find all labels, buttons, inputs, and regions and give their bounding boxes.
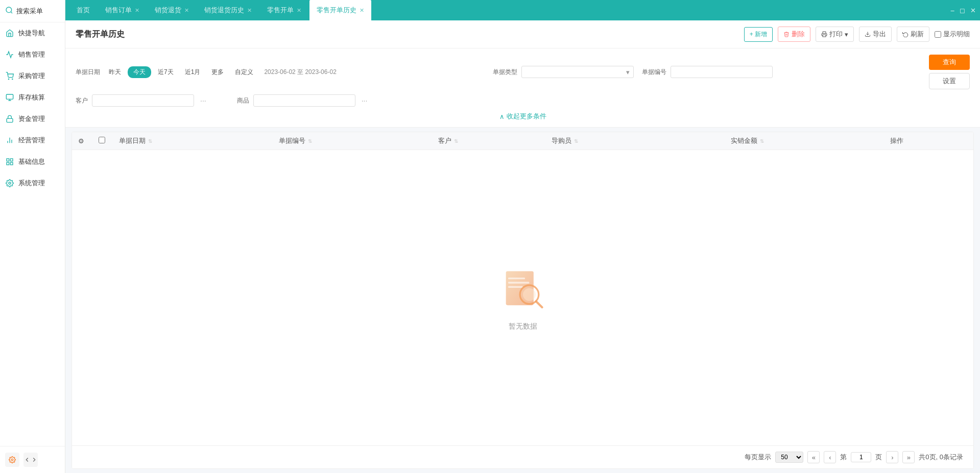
delete-button[interactable]: 删除 xyxy=(778,27,810,42)
table-area: ⚙ 单据日期 ⇅ 单据编号 ⇅ xyxy=(71,132,974,469)
date-filter-label: 单据日期 xyxy=(76,68,100,77)
bottom-gear-button[interactable] xyxy=(5,453,19,467)
empty-state: 暂无数据 xyxy=(72,150,973,445)
svg-point-2 xyxy=(8,79,9,79)
sidebar-bottom xyxy=(0,446,65,473)
prev-page-button[interactable]: ‹ xyxy=(824,451,836,463)
tabs-bar-right: ‒ ◻ ✕ xyxy=(950,7,976,14)
filter-area: 单据日期 昨天 今天 近7天 近1月 更多 自定义 2023-06-02 至 2… xyxy=(65,48,980,128)
customer-dots-button[interactable]: ··· xyxy=(198,96,208,105)
query-button[interactable]: 查询 xyxy=(929,55,970,70)
tab-sales-order[interactable]: 销售订单 ✕ xyxy=(98,0,147,20)
page-number-input[interactable] xyxy=(851,452,871,462)
window-maximize-button[interactable]: ◻ xyxy=(960,7,965,14)
date-btn-more[interactable]: 更多 xyxy=(207,66,228,78)
tab-sales-return-history-close[interactable]: ✕ xyxy=(247,7,252,14)
tab-sales-return-close[interactable]: ✕ xyxy=(184,7,189,14)
col-date-sort-icon[interactable]: ⇅ xyxy=(148,138,152,144)
content-area: 零售开单历史 + 新增 删除 打印 ▾ 导出 刷新 xyxy=(65,20,980,473)
settings-button[interactable]: 设置 xyxy=(929,73,970,89)
col-number-sort-icon[interactable]: ⇅ xyxy=(308,138,312,144)
last-page-button[interactable]: » xyxy=(902,451,915,463)
tab-sales-order-close[interactable]: ✕ xyxy=(135,7,139,14)
col-salesperson-label: 导购员 xyxy=(552,137,571,144)
display-detail-checkbox[interactable]: 显示明细 xyxy=(935,30,970,39)
query-actions: 查询 设置 xyxy=(929,55,970,89)
doctype-filter-label: 单据类型 xyxy=(493,68,517,77)
product-filter-label: 商品 xyxy=(237,96,249,105)
refresh-button[interactable]: 刷新 xyxy=(897,27,929,42)
tab-sales-return-label: 销货退货 xyxy=(155,6,181,15)
export-icon xyxy=(865,31,871,37)
date-btn-1month[interactable]: 近1月 xyxy=(180,66,205,78)
date-range-display: 2023-06-02 至 2023-06-02 xyxy=(264,68,336,77)
tab-retail-open[interactable]: 零售开单 ✕ xyxy=(260,0,308,20)
window-close-button[interactable]: ✕ xyxy=(970,7,976,14)
sidebar-item-inventory[interactable]: 库存核算 xyxy=(0,87,65,108)
filter-customer-field: 客户 ··· xyxy=(76,94,208,107)
product-dots-button[interactable]: ··· xyxy=(360,96,370,105)
product-filter-input[interactable] xyxy=(253,94,355,107)
refresh-icon xyxy=(902,31,909,37)
first-page-button[interactable]: « xyxy=(807,451,820,463)
chart-icon xyxy=(5,50,14,59)
tab-retail-open-history-label: 零售开单历史 xyxy=(317,6,356,15)
sidebar-item-label: 采购管理 xyxy=(18,71,45,81)
col-customer-sort-icon[interactable]: ⇅ xyxy=(454,138,458,144)
sidebar-item-sales-mgmt[interactable]: 销售管理 xyxy=(0,44,65,65)
search-label: 搜索采单 xyxy=(16,7,43,16)
date-btn-7days[interactable]: 近7天 xyxy=(153,66,178,78)
filter-product-field: 商品 ··· xyxy=(237,94,370,107)
svg-point-3 xyxy=(12,79,13,79)
page-header: 零售开单历史 + 新增 删除 打印 ▾ 导出 刷新 xyxy=(65,20,980,48)
filter-date-field: 单据日期 昨天 今天 近7天 近1月 更多 自定义 2023-06-02 至 2… xyxy=(76,66,337,78)
sidebar-item-label: 快捷导航 xyxy=(18,29,45,38)
doctype-select[interactable] xyxy=(521,66,634,78)
svg-rect-20 xyxy=(508,286,522,287)
next-page-button[interactable]: › xyxy=(886,451,898,463)
col-date-label: 单据日期 xyxy=(119,137,146,144)
sidebar-item-purchase-mgmt[interactable]: 采购管理 xyxy=(0,65,65,87)
tab-sales-return-history[interactable]: 销货退货历史 ✕ xyxy=(197,0,259,20)
tab-sales-order-label: 销售订单 xyxy=(105,6,132,15)
tab-retail-open-history-close[interactable]: ✕ xyxy=(360,7,364,14)
per-page-select[interactable]: 50 10 20 100 xyxy=(775,452,803,463)
customer-filter-input[interactable] xyxy=(92,94,194,107)
tab-home[interactable]: 首页 xyxy=(69,0,97,20)
empty-text: 暂无数据 xyxy=(509,322,537,331)
add-button[interactable]: + 新增 xyxy=(744,27,773,42)
filter-row-2: 客户 ··· 商品 ··· xyxy=(76,94,970,107)
svg-point-13 xyxy=(9,182,11,184)
date-btn-yesterday[interactable]: 昨天 xyxy=(104,66,126,78)
sidebar-collapse-button[interactable] xyxy=(23,453,38,467)
docno-filter-input[interactable] xyxy=(671,66,773,78)
sidebar-item-finance[interactable]: 资金管理 xyxy=(0,108,65,130)
sidebar-item-system-mgmt[interactable]: 系统管理 xyxy=(0,172,65,194)
sidebar-item-label: 资金管理 xyxy=(18,114,45,123)
sidebar-item-quick-nav[interactable]: 快捷导航 xyxy=(0,22,65,44)
collapse-filter-button[interactable]: ∧ 收起更多条件 xyxy=(76,112,970,121)
table-settings-icon[interactable]: ⚙ xyxy=(78,137,84,145)
print-dropdown-icon[interactable]: ▾ xyxy=(845,31,848,38)
display-detail-input[interactable] xyxy=(935,31,941,38)
print-button[interactable]: 打印 ▾ xyxy=(816,27,854,42)
svg-line-23 xyxy=(536,301,542,307)
sidebar-search[interactable]: 搜索采单 xyxy=(0,0,65,22)
date-btn-custom[interactable]: 自定义 xyxy=(230,66,258,78)
tab-retail-open-close[interactable]: ✕ xyxy=(297,7,301,14)
col-amount-sort-icon[interactable]: ⇅ xyxy=(760,138,764,144)
date-btn-today[interactable]: 今天 xyxy=(128,66,151,78)
chevron-up-icon: ∧ xyxy=(499,113,505,120)
tab-retail-open-history[interactable]: 零售开单历史 ✕ xyxy=(309,0,371,20)
col-salesperson-sort-icon[interactable]: ⇅ xyxy=(574,138,578,144)
svg-point-14 xyxy=(11,459,13,461)
select-all-checkbox[interactable] xyxy=(99,137,105,143)
tab-sales-return[interactable]: 销货退货 ✕ xyxy=(148,0,196,20)
svg-line-1 xyxy=(11,12,12,13)
sidebar-item-operations[interactable]: 经营管理 xyxy=(0,130,65,151)
sidebar-item-basic-info[interactable]: 基础信息 xyxy=(0,151,65,172)
svg-rect-19 xyxy=(508,282,529,283)
empty-icon xyxy=(497,265,548,316)
export-button[interactable]: 导出 xyxy=(859,27,892,42)
window-minimize-button[interactable]: ‒ xyxy=(950,7,954,14)
